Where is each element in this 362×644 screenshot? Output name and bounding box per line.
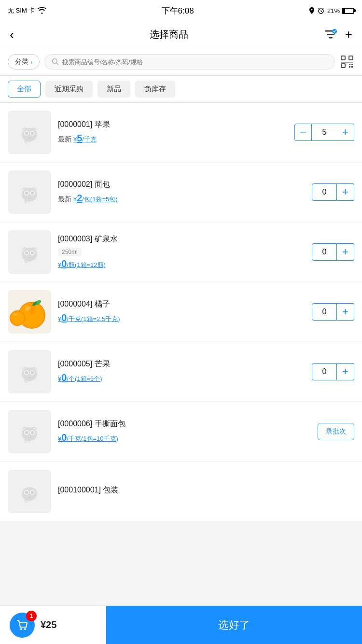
- tab-recent[interactable]: 近期采购: [45, 81, 93, 98]
- svg-point-30: [31, 252, 34, 254]
- qty-control: +: [312, 363, 354, 380]
- qty-control: − +: [294, 124, 354, 141]
- product-image: 智十: [8, 410, 51, 453]
- list-item: [0000004] 橘子 ¥0/千克(1箱=2.5千克) +: [0, 282, 362, 341]
- product-info: [0000002] 面包 最新 ¥2/包(1袋=5包): [58, 180, 305, 205]
- qty-control: +: [312, 183, 354, 201]
- battery-text: 21%: [327, 7, 340, 14]
- svg-point-17: [25, 132, 28, 135]
- wifi-icon: [38, 7, 46, 14]
- svg-point-44: [25, 371, 28, 374]
- svg-point-41: [22, 367, 37, 381]
- list-item: 智十 [000100001] 包装: [0, 462, 362, 521]
- status-right: 21%: [309, 7, 354, 14]
- search-input[interactable]: [62, 58, 328, 66]
- cart-button[interactable]: 1: [10, 613, 35, 638]
- svg-rect-9: [341, 62, 353, 63]
- svg-point-26: [22, 248, 37, 261]
- svg-text:智十: 智十: [24, 200, 31, 203]
- svg-rect-3: [329, 37, 333, 39]
- product-image: 智十: [8, 111, 51, 154]
- owl-logo-icon: 智十: [17, 360, 42, 384]
- svg-point-20: [22, 188, 37, 201]
- category-button[interactable]: 分类 ›: [8, 54, 40, 70]
- batch-button[interactable]: 录批次: [318, 423, 354, 440]
- svg-text:智十: 智十: [24, 260, 31, 263]
- svg-point-50: [25, 431, 28, 434]
- qty-plus-button[interactable]: +: [337, 243, 354, 261]
- nav-left: ‹: [10, 27, 14, 42]
- owl-logo-icon: 智十: [17, 420, 42, 444]
- product-price: ¥0/个(1箱=6个): [58, 372, 305, 383]
- product-price: 最新 ¥2/包(1袋=5包): [58, 193, 305, 204]
- status-time: 下午6:08: [162, 5, 194, 16]
- qty-input[interactable]: [312, 303, 337, 321]
- filter-icon[interactable]: [324, 28, 337, 41]
- list-item: 智十 [0000002] 面包 最新 ¥2/包(1袋=5包) +: [0, 163, 362, 222]
- qty-plus-button[interactable]: +: [337, 124, 354, 141]
- svg-point-45: [31, 371, 34, 374]
- svg-rect-10: [349, 64, 350, 65]
- tab-bar: 全部 近期采购 新品 负库存: [0, 76, 362, 103]
- status-left: 无 SIM 卡: [8, 6, 46, 15]
- product-info: [0000006] 手撕面包 ¥0/千克(1包=10千克): [58, 419, 311, 444]
- search-icon: [52, 58, 59, 66]
- nav-bar: ‹ 选择商品 +: [0, 21, 362, 48]
- battery-icon: [342, 8, 354, 14]
- alarm-icon: [318, 7, 324, 14]
- svg-point-57: [31, 491, 34, 494]
- product-price: ¥0/千克(1箱=2.5千克): [58, 312, 305, 323]
- svg-text:智十: 智十: [24, 379, 31, 383]
- svg-point-29: [25, 252, 28, 254]
- qty-control: +: [312, 243, 354, 261]
- cart-icon: [15, 618, 29, 632]
- product-price: ¥0/瓶(1箱=12瓶): [58, 258, 305, 269]
- qty-input[interactable]: [312, 124, 337, 141]
- qty-minus-button[interactable]: −: [294, 124, 312, 141]
- product-name: [0000006] 手撕面包: [58, 419, 311, 429]
- bottom-bar: 1 ¥25 选好了: [0, 605, 362, 644]
- product-info: [000100001] 包装: [58, 485, 354, 498]
- list-item: 智十 [0000001] 苹果 最新 ¥5/千克 − +: [0, 103, 362, 162]
- tab-new[interactable]: 新品: [97, 81, 130, 98]
- svg-point-51: [31, 431, 34, 434]
- product-name: [0000002] 面包: [58, 180, 305, 190]
- svg-text:智十: 智十: [24, 499, 31, 503]
- product-info: [0000001] 苹果 最新 ¥5/千克: [58, 120, 288, 145]
- product-image: 智十: [8, 350, 51, 393]
- tab-negative[interactable]: 负库存: [135, 81, 175, 98]
- svg-text:智十: 智十: [24, 140, 31, 143]
- svg-point-24: [31, 192, 34, 195]
- product-image: 智十: [8, 230, 51, 274]
- product-image: 智十: [8, 470, 51, 513]
- svg-point-47: [22, 427, 37, 441]
- qty-input[interactable]: [312, 183, 337, 201]
- qty-plus-button[interactable]: +: [337, 303, 354, 321]
- product-price: 最新 ¥5/千克: [58, 133, 288, 144]
- filter-bar: 分类 ›: [0, 48, 362, 76]
- add-button[interactable]: +: [345, 27, 352, 42]
- owl-logo-icon: 智十: [17, 479, 42, 504]
- qty-plus-button[interactable]: +: [337, 363, 354, 380]
- qty-input[interactable]: [312, 363, 337, 380]
- confirm-button[interactable]: 选好了: [106, 606, 362, 644]
- carrier-text: 无 SIM 卡: [8, 6, 35, 15]
- list-item: 智十 [0000006] 手撕面包 ¥0/千克(1包=10千克) 录批次: [0, 402, 362, 461]
- tab-all[interactable]: 全部: [8, 81, 41, 98]
- svg-point-60: [24, 628, 26, 630]
- scan-icon[interactable]: [340, 55, 354, 69]
- svg-rect-12: [349, 66, 350, 68]
- orange-fruit-icon: [8, 290, 51, 334]
- product-info: [0000003] 矿泉水 250ml ¥0/瓶(1箱=12瓶): [58, 234, 305, 270]
- back-button[interactable]: ‹: [10, 27, 14, 42]
- qty-input[interactable]: [312, 243, 337, 261]
- cart-total: ¥25: [41, 619, 56, 630]
- cart-badge: 1: [26, 611, 37, 621]
- qty-control: +: [312, 303, 354, 321]
- svg-rect-6: [341, 56, 345, 60]
- svg-rect-7: [341, 64, 345, 68]
- qty-plus-button[interactable]: +: [337, 183, 354, 201]
- product-list: 智十 [0000001] 苹果 最新 ¥5/千克 − +: [0, 103, 362, 521]
- category-label: 分类: [15, 57, 28, 66]
- svg-rect-11: [351, 64, 353, 65]
